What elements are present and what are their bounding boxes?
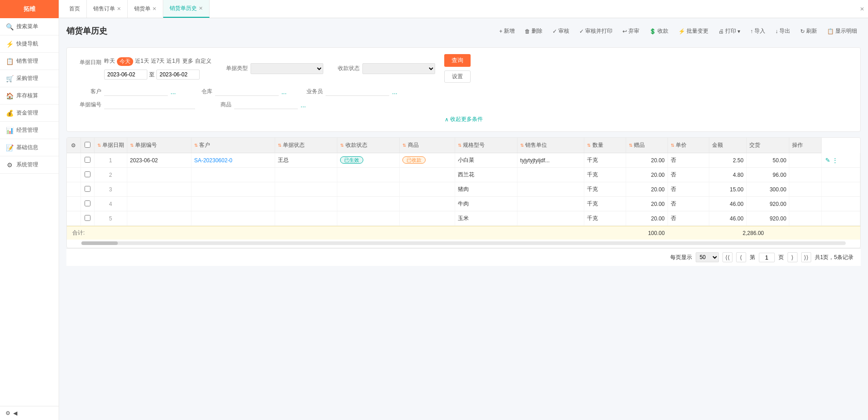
- goods-input[interactable]: [234, 100, 298, 109]
- sidebar-item-operation-mgmt[interactable]: 📊 经营管理: [0, 122, 59, 139]
- row-action[interactable]: [821, 197, 860, 211]
- sidebar-item-system-mgmt[interactable]: ⚙ 系统管理: [0, 156, 59, 174]
- page-number-input[interactable]: [759, 253, 775, 262]
- per-page-select[interactable]: 50 100: [696, 252, 719, 262]
- customer-input[interactable]: [104, 87, 168, 96]
- warehouse-dots-btn[interactable]: ...: [281, 88, 287, 95]
- row-checkbox-cell[interactable]: [80, 182, 94, 197]
- date-from-input[interactable]: [104, 70, 147, 80]
- footer-label: 合计:: [72, 229, 100, 237]
- print-button[interactable]: 🖨 打印 ▾: [715, 25, 744, 37]
- tab-close-sales-history[interactable]: ✕: [199, 5, 203, 11]
- row-checkbox[interactable]: [85, 200, 90, 206]
- row-doc-no[interactable]: [191, 197, 275, 211]
- shortcut-1month[interactable]: 近1月: [166, 57, 181, 66]
- row-checkbox[interactable]: [85, 157, 90, 163]
- tab-close-sales-order[interactable]: ✕: [117, 6, 121, 12]
- review-button[interactable]: ✓ 审核: [549, 25, 573, 37]
- row-checkbox[interactable]: [85, 186, 90, 192]
- sidebar-item-purchase-mgmt[interactable]: 🛒 采购管理: [0, 70, 59, 87]
- sidebar-item-sales-mgmt[interactable]: 📋 销售管理: [0, 53, 59, 70]
- row-checkbox[interactable]: [85, 215, 90, 221]
- export-button[interactable]: ↓ 导出: [772, 25, 794, 37]
- tab-sales-history[interactable]: 销货单历史 ✕: [163, 0, 210, 18]
- review-print-button[interactable]: ✓ 审核并打印: [576, 25, 616, 37]
- sidebar-item-quick-nav[interactable]: ⚡ 快捷导航: [0, 35, 59, 53]
- warehouse-input[interactable]: [215, 87, 279, 96]
- row-action[interactable]: [821, 211, 860, 226]
- customer-dots-btn[interactable]: ...: [171, 88, 176, 95]
- select-all-checkbox[interactable]: [85, 142, 90, 148]
- shortcut-7days[interactable]: 近7天: [151, 57, 165, 66]
- row-checkbox-cell[interactable]: [80, 168, 94, 182]
- next-page-button[interactable]: ⟩: [788, 252, 798, 262]
- sidebar-item-fund-mgmt[interactable]: 💰 资金管理: [0, 105, 59, 122]
- row-checkbox[interactable]: [85, 171, 90, 177]
- sidebar-item-inventory[interactable]: 🏠 库存核算: [0, 87, 59, 105]
- more-action[interactable]: ⋮: [832, 157, 838, 164]
- first-page-button[interactable]: ⟨⟨: [722, 252, 733, 262]
- col-unit[interactable]: ⇅ 销售单位: [517, 138, 584, 153]
- col-customer[interactable]: ⇅ 客户: [191, 138, 275, 153]
- horizontal-scrollbar[interactable]: [81, 241, 846, 245]
- row-action[interactable]: [821, 168, 860, 182]
- collect-status-select[interactable]: [362, 63, 435, 74]
- refresh-button[interactable]: ↻ 刷新: [797, 25, 821, 37]
- delete-button[interactable]: 🗑 删除: [521, 25, 546, 37]
- col-quantity[interactable]: ⇅ 数量: [584, 138, 626, 153]
- shortcut-custom[interactable]: 自定义: [195, 57, 211, 66]
- shortcut-yesterday[interactable]: 昨天: [104, 57, 115, 66]
- salesperson-dots-btn[interactable]: ...: [392, 88, 397, 95]
- row-doc-no[interactable]: SA-20230602-0: [191, 153, 275, 168]
- col-gift[interactable]: ⇅ 赠品: [626, 138, 668, 153]
- col-doc-no[interactable]: ⇅ 单据编号: [127, 138, 191, 153]
- row-checkbox-cell[interactable]: [80, 197, 94, 211]
- row-goods: 牛肉: [455, 197, 517, 211]
- col-price[interactable]: ⇅ 单价: [667, 138, 709, 153]
- shortcut-more[interactable]: 更多: [182, 57, 193, 66]
- shortcut-today[interactable]: 今天: [117, 57, 133, 66]
- tab-sales-order[interactable]: 销售订单 ✕: [87, 0, 128, 18]
- abandon-button[interactable]: ↩ 弃审: [619, 25, 643, 37]
- row-doc-no[interactable]: [191, 182, 275, 197]
- show-detail-button[interactable]: 📋 显示明细: [823, 25, 861, 37]
- tab-sales-goods[interactable]: 销货单 ✕: [128, 0, 163, 18]
- col-spec[interactable]: ⇅ 规格型号: [455, 138, 517, 153]
- sidebar-item-search-menu[interactable]: 🔍 搜索菜单: [0, 18, 59, 35]
- row-doc-no[interactable]: [191, 211, 275, 226]
- shortcut-1day[interactable]: 近1天: [135, 57, 149, 66]
- col-goods[interactable]: ⇅ 商品: [400, 138, 455, 153]
- edit-action[interactable]: ✎: [825, 157, 830, 164]
- tab-home[interactable]: 首页: [63, 0, 87, 18]
- col-date[interactable]: ⇅ 单据日期: [94, 138, 127, 153]
- salesperson-input[interactable]: [326, 87, 389, 96]
- tab-close-sales-goods[interactable]: ✕: [152, 6, 156, 12]
- doc-type-select[interactable]: [251, 63, 323, 74]
- table-checkbox-header[interactable]: [80, 138, 94, 153]
- row-checkbox-cell[interactable]: [80, 153, 94, 168]
- date-to-input[interactable]: [156, 70, 200, 80]
- goods-dots-btn[interactable]: ...: [301, 101, 306, 109]
- prev-page-button[interactable]: ⟨: [736, 252, 746, 262]
- sidebar-bottom-settings[interactable]: ⚙ ◀: [0, 406, 59, 420]
- col-doc-status[interactable]: ⇅ 单据状态: [275, 138, 337, 153]
- row-checkbox-cell[interactable]: [80, 211, 94, 226]
- row-action[interactable]: ✎⋮: [821, 153, 860, 168]
- table-settings-header[interactable]: ⚙: [67, 138, 80, 153]
- row-doc-no[interactable]: [191, 168, 275, 182]
- tab-bar-close-all[interactable]: ✕: [860, 6, 864, 12]
- query-button[interactable]: 查询: [444, 54, 471, 67]
- collapse-button[interactable]: ∧ 收起更多条件: [74, 114, 853, 125]
- scroll-thumb[interactable]: [81, 241, 118, 245]
- batch-change-button[interactable]: ⚡ 批量变更: [675, 25, 712, 37]
- doc-no-input[interactable]: [104, 100, 195, 109]
- row-quantity: 20.00: [626, 168, 668, 182]
- new-button[interactable]: + 新增: [496, 25, 518, 37]
- col-collect-status[interactable]: ⇅ 收款状态: [337, 138, 400, 153]
- row-action[interactable]: [821, 182, 860, 197]
- collect-button[interactable]: 💲 收款: [646, 25, 672, 37]
- sidebar-item-basic-info[interactable]: 📝 基础信息: [0, 139, 59, 156]
- import-button[interactable]: ↑ 导入: [747, 25, 769, 37]
- setting-button[interactable]: 设置: [444, 70, 471, 83]
- last-page-button[interactable]: ⟩⟩: [801, 252, 811, 262]
